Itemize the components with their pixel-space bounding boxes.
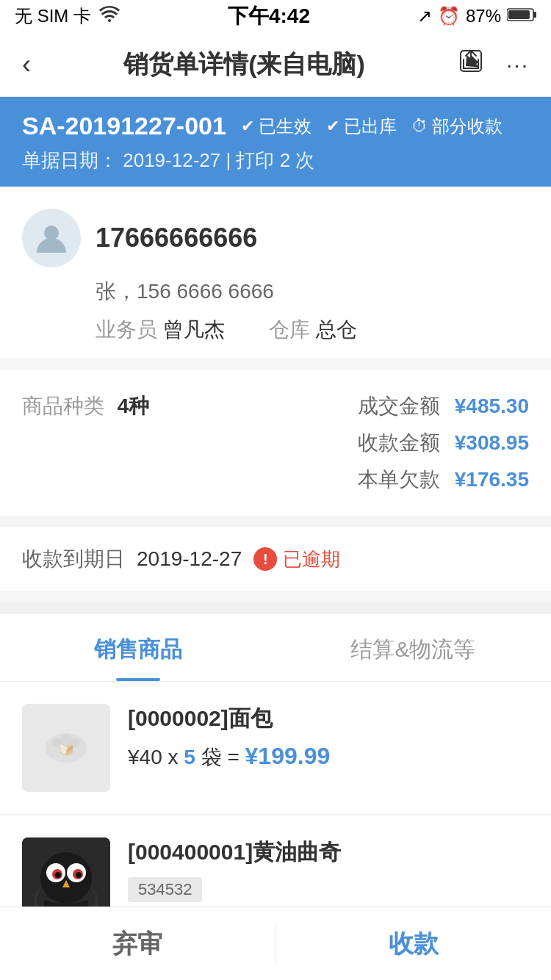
product-tag-cookie: 534532 [128, 877, 202, 902]
nav-actions: ··· [458, 48, 529, 81]
avatar [22, 209, 81, 267]
badge-shipped: 已出库 [326, 115, 397, 138]
stats-section: 商品种类 4种 成交金额 ¥485.30 收款金额 ¥308.95 本单欠款 ¥… [0, 370, 551, 516]
page-title: 销货单详情(来自电脑) [123, 48, 365, 82]
date-label: 单据日期： [22, 149, 118, 171]
warehouse-label: 仓库 [269, 318, 310, 341]
wifi-icon [98, 6, 120, 26]
warehouse: 仓库 总仓 [269, 316, 357, 344]
location-icon: ↗ [417, 6, 432, 26]
collected-row: 收款金额 ¥308.95 [358, 429, 529, 457]
due-date-section: 收款到期日 2019-12-27 ! 已逾期 [0, 527, 551, 591]
deal-amount-row: 成交金额 ¥485.30 [358, 392, 529, 420]
collected-value: ¥308.95 [455, 431, 529, 455]
svg-point-8 [60, 734, 72, 746]
more-icon[interactable]: ··· [506, 52, 529, 77]
warehouse-value: 总仓 [316, 318, 357, 341]
confirm-button[interactable]: 收款 [276, 907, 552, 980]
svg-rect-1 [533, 12, 536, 18]
status-bar: 无 SIM 卡 下午4:42 ↗ ⏰ 87% [0, 0, 551, 32]
battery-level: 87% [466, 6, 501, 26]
sales-person: 业务员 曾凡杰 [96, 316, 225, 344]
bread-equals: = [227, 746, 245, 768]
deal-amount-label: 成交金额 [358, 392, 440, 420]
due-date-label: 收款到期日 [22, 545, 125, 573]
svg-point-9 [71, 738, 80, 747]
bread-unit: 袋 [201, 746, 222, 768]
customer-phone: 17666666666 [96, 223, 257, 253]
order-header-band: SA-20191227-001 已生效 已出库 部分收款 单据日期： 2019-… [0, 97, 551, 187]
product-types-value: 4种 [118, 394, 150, 417]
deal-amount-value: ¥485.30 [455, 394, 529, 418]
bread-multiply: x [168, 746, 184, 768]
svg-point-7 [52, 738, 61, 747]
customer-meta: 业务员 曾凡杰 仓库 总仓 [96, 316, 529, 344]
sim-status: 无 SIM 卡 [15, 4, 91, 28]
battery-icon [507, 6, 536, 26]
owed-value: ¥176.35 [455, 468, 529, 491]
bread-qty: 5 [184, 746, 195, 768]
owed-row: 本单欠款 ¥176.35 [358, 466, 529, 494]
product-price-bread: ¥40 x 5 袋 = ¥199.99 [128, 743, 529, 771]
product-info-bread: [0000002]面包 ¥40 x 5 袋 = ¥199.99 [128, 704, 529, 771]
status-bar-time: 下午4:42 [228, 2, 310, 30]
alarm-icon: ⏰ [438, 6, 460, 26]
status-bar-right: ↗ ⏰ 87% [417, 6, 536, 26]
print-info: | 打印 2 次 [226, 149, 314, 171]
overdue-text: 已逾期 [283, 547, 340, 572]
product-thumb-bread: 🍞 [22, 704, 110, 792]
date-value: 2019-12-27 [123, 149, 220, 171]
customer-section: 17666666666 张，156 6666 6666 业务员 曾凡杰 仓库 总… [0, 187, 551, 359]
owed-label: 本单欠款 [358, 466, 440, 494]
badge-partial-payment: 部分收款 [411, 115, 503, 138]
status-bar-left: 无 SIM 卡 [15, 4, 120, 28]
bread-price: ¥40 [128, 746, 162, 768]
sales-label: 业务员 [96, 318, 157, 341]
svg-point-16 [55, 872, 61, 878]
bread-total: ¥199.99 [245, 743, 331, 769]
order-date-info: 单据日期： 2019-12-27 | 打印 2 次 [22, 148, 529, 173]
collected-label: 收款金额 [358, 429, 440, 457]
financial-stats: 成交金额 ¥485.30 收款金额 ¥308.95 本单欠款 ¥176.35 [358, 392, 529, 494]
product-name-bread: [0000002]面包 [128, 704, 529, 734]
overdue-icon: ! [253, 547, 277, 571]
sales-value: 曾凡杰 [163, 318, 225, 341]
due-date-value: 2019-12-27 [137, 547, 242, 571]
section-divider [0, 602, 551, 614]
tab-settlement-logistics[interactable]: 结算&物流等 [276, 614, 551, 681]
nav-bar: ‹ 销货单详情(来自电脑) ··· [0, 32, 551, 97]
overdue-badge: ! 已逾期 [253, 547, 340, 572]
svg-rect-2 [508, 10, 530, 19]
product-name-cookie: [000400001]黄油曲奇 [128, 837, 529, 868]
product-item-bread: 🍞 [0000002]面包 ¥40 x 5 袋 = ¥199.99 [0, 682, 551, 814]
tab-sales-products[interactable]: 销售商品 [0, 614, 276, 681]
order-id: SA-20191227-001 [22, 112, 226, 140]
svg-point-17 [76, 872, 82, 878]
product-types: 商品种类 4种 [22, 392, 149, 420]
cancel-button[interactable]: 弃审 [0, 907, 276, 980]
product-types-label: 商品种类 [22, 394, 104, 417]
customer-sub-info: 张，156 6666 6666 [96, 278, 529, 306]
bottom-bar: 弃审 收款 [0, 907, 551, 980]
share-icon[interactable] [458, 48, 484, 81]
badge-effective: 已生效 [241, 115, 311, 138]
tabs-bar: 销售商品 结算&物流等 [0, 614, 551, 682]
back-button[interactable]: ‹ [22, 49, 31, 80]
